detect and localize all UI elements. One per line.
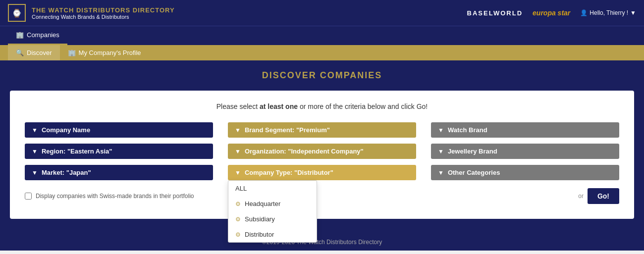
page-title: DISCOVER COMPANIES [10, 70, 634, 81]
filter-jewellery-brand-label: Jewellery Brand [448, 148, 497, 155]
swiss-made-checkbox[interactable] [25, 193, 32, 200]
app-title-sub: Connecting Watch Brands & Distributors [32, 14, 175, 20]
header-right: BASELWORLD europa star 👤 Hello, Thierry … [467, 9, 636, 17]
instruction-text: Please select at least one or more of th… [25, 102, 619, 110]
app-title-main: THE WATCH DISTRIBUTORS DIRECTORY [32, 6, 175, 14]
sec-nav-discover-label: Discover [27, 49, 52, 56]
nav-item-companies[interactable]: 🏢 Companies [8, 26, 67, 45]
filter-icon-5: ▼ [235, 148, 241, 155]
filter-company-type-wrapper: ▼ Company Type: "Distributor" ALL ⚙ Head… [228, 165, 416, 180]
europastar-logo: europa star [533, 9, 570, 17]
filter-market-label: Market: "Japan" [42, 169, 91, 176]
filter-grid: ▼ Company Name ▼ Region: "Eastern Asia" … [25, 122, 619, 180]
dropdown-item-subsidiary[interactable]: ⚙ Subsidiary [228, 211, 317, 227]
header-left: ⌚ THE WATCH DISTRIBUTORS DIRECTORY Conne… [8, 4, 175, 22]
filter-company-name-label: Company Name [42, 126, 90, 134]
filter-watch-brand-label: Watch Brand [448, 126, 487, 134]
filter-market[interactable]: ▼ Market: "Japan" [25, 165, 213, 180]
filter-region-label: Region: "Eastern Asia" [42, 148, 112, 155]
instruction-bold: at least one [260, 102, 298, 110]
filter-icon-4: ▼ [235, 127, 241, 134]
profile-icon: 🏢 [68, 49, 76, 56]
sec-nav-discover[interactable]: 🔍 Discover [8, 45, 60, 60]
bottom-row: Display companies with Swiss-made brands… [25, 188, 619, 204]
building-icon: 🏢 [16, 31, 24, 39]
top-nav: 🏢 Companies [0, 26, 644, 45]
dropdown-distributor-label: Distributor [245, 231, 274, 238]
filter-other-categories-label: Other Categories [448, 169, 500, 176]
dropdown-item-all[interactable]: ALL [228, 181, 317, 196]
dropdown-all-label: ALL [235, 185, 247, 192]
dropdown-subsidiary-label: Subsidiary [245, 215, 275, 223]
filter-card: Please select at least one or more of th… [10, 91, 634, 219]
filter-brand-segment[interactable]: ▼ Brand Segment: "Premium" [228, 122, 416, 138]
filter-brand-segment-label: Brand Segment: "Premium" [245, 126, 330, 134]
filter-icon-8: ▼ [438, 148, 444, 155]
baselworld-logo: BASELWORLD [467, 9, 523, 17]
chevron-down-icon: ▼ [630, 9, 636, 16]
gear-icon-2: ⚙ [235, 216, 241, 223]
user-menu[interactable]: 👤 Hello, Thierry ! ▼ [580, 9, 636, 16]
or-label: or [578, 193, 584, 200]
go-section: or Go! [578, 188, 619, 204]
filter-organization-label: Organization: "Independent Company" [245, 148, 364, 155]
filter-col-1: ▼ Company Name ▼ Region: "Eastern Asia" … [25, 122, 213, 180]
dropdown-item-headquarter[interactable]: ⚙ Headquarter [228, 196, 317, 211]
header-title-block: THE WATCH DISTRIBUTORS DIRECTORY Connect… [32, 6, 175, 20]
filter-icon-1: ▼ [32, 127, 38, 134]
filter-other-categories[interactable]: ▼ Other Categories [431, 165, 619, 180]
user-greeting: Hello, Thierry ! [590, 9, 628, 16]
go-button[interactable]: Go! [588, 188, 619, 204]
filter-col-3: ▼ Watch Brand ▼ Jewellery Brand ▼ Other … [431, 122, 619, 180]
dropdown-item-distributor[interactable]: ⚙ Distributor [228, 227, 317, 242]
search-icon: 🔍 [16, 49, 24, 56]
dropdown-headquarter-label: Headquarter [245, 200, 280, 207]
filter-watch-brand[interactable]: ▼ Watch Brand [431, 122, 619, 138]
gear-icon-1: ⚙ [235, 201, 241, 207]
filter-icon-7: ▼ [438, 127, 444, 134]
filter-organization[interactable]: ▼ Organization: "Independent Company" [228, 144, 416, 159]
filter-icon-2: ▼ [32, 148, 38, 155]
swiss-check-label[interactable]: Display companies with Swiss-made brands… [25, 193, 194, 200]
filter-company-type[interactable]: ▼ Company Type: "Distributor" [228, 165, 416, 180]
sec-nav: 🔍 Discover 🏢 My Company's Profile [0, 45, 644, 60]
sec-nav-my-profile[interactable]: 🏢 My Company's Profile [60, 45, 149, 60]
header: ⌚ THE WATCH DISTRIBUTORS DIRECTORY Conne… [0, 0, 644, 26]
filter-region[interactable]: ▼ Region: "Eastern Asia" [25, 144, 213, 159]
main-content: DISCOVER COMPANIES Please select at leas… [0, 60, 644, 234]
filter-company-name[interactable]: ▼ Company Name [25, 122, 213, 138]
nav-label-companies: Companies [27, 31, 59, 39]
swiss-check-text: Display companies with Swiss-made brands… [36, 193, 194, 200]
company-type-dropdown: ALL ⚙ Headquarter ⚙ Subsidiary ⚙ Distr [228, 180, 317, 243]
filter-icon-6: ▼ [235, 169, 241, 176]
instruction-suffix: or more of the criteria below and click … [300, 102, 428, 110]
user-icon: 👤 [580, 9, 588, 16]
app-logo: ⌚ [8, 4, 26, 22]
filter-icon-3: ▼ [32, 169, 38, 176]
filter-icon-9: ▼ [438, 169, 444, 176]
sec-nav-profile-label: My Company's Profile [79, 49, 141, 56]
filter-jewellery-brand[interactable]: ▼ Jewellery Brand [431, 144, 619, 159]
logo-icon: ⌚ [12, 8, 22, 18]
filter-company-type-label: Company Type: "Distributor" [245, 169, 333, 176]
gear-icon-3: ⚙ [235, 231, 241, 238]
filter-col-2: ▼ Brand Segment: "Premium" ▼ Organizatio… [228, 122, 416, 180]
footer: ©2019-2020 The Watch Distributors Direct… [0, 234, 644, 251]
instruction-prefix: Please select [216, 102, 260, 110]
